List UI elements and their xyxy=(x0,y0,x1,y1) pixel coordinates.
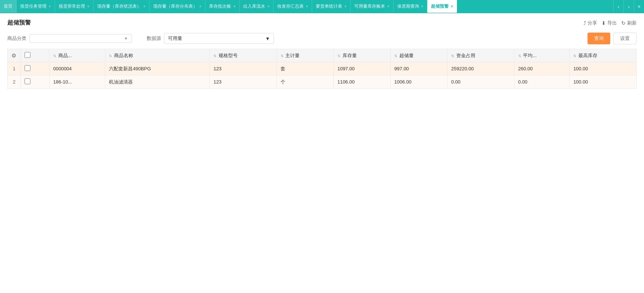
share-label: 分享 xyxy=(588,20,597,26)
nav-arrows: ‹ › × xyxy=(613,0,644,13)
table-header-row: ⚙ ⇅ 商品... ⇅ 商品名称 ⇅ 规格型号 ⇅ xyxy=(8,49,637,62)
category-select[interactable]: ▼ xyxy=(29,34,132,43)
row-stock-0: 1097.00 xyxy=(333,62,390,75)
nav-prev-button[interactable]: ‹ xyxy=(613,0,623,13)
row-max-stock-1: 100.00 xyxy=(570,75,637,89)
filter-group-category: 商品分类 ▼ xyxy=(7,34,132,43)
nav-item-active[interactable]: 超储预警 × xyxy=(427,0,457,13)
row-product-code-0: 0000004 xyxy=(49,62,105,75)
sort-icon-product-name[interactable]: ⇅ xyxy=(109,54,112,58)
refresh-button[interactable]: ↻ 刷新 xyxy=(621,20,637,26)
row-stock-1: 1106.00 xyxy=(333,75,390,89)
table-row: 1 0000004 六配套新昌490BPG 123 套 1097.00 997.… xyxy=(8,62,637,75)
nav-item-8-close[interactable]: × xyxy=(344,4,347,8)
nav-item-4-close[interactable]: × xyxy=(200,4,202,8)
page-container: 超储预警 ⤴ 分享 ⬇ 导出 ↻ 刷新 商品分类 ▼ 数据源 xyxy=(0,13,644,293)
nav-item-6[interactable]: 出入库流水 × xyxy=(239,0,274,13)
page-title: 超储预警 xyxy=(7,19,31,27)
nav-close-button[interactable]: × xyxy=(634,0,644,13)
share-button[interactable]: ⤴ 分享 xyxy=(583,20,597,26)
nav-next-button[interactable]: › xyxy=(623,0,634,13)
nav-item-active-close[interactable]: × xyxy=(451,4,453,8)
nav-item-4-label: 现存量（库存分布表） xyxy=(153,3,197,10)
sort-icon-spec[interactable]: ⇅ xyxy=(213,54,216,58)
nav-item-2-close[interactable]: × xyxy=(87,4,89,8)
nav-item-7-label: 收发存汇总表 xyxy=(277,3,304,10)
row-avg-0: 260.00 xyxy=(514,62,570,75)
sort-icon-capital[interactable]: ⇅ xyxy=(451,54,454,58)
row-checkbox-1[interactable] xyxy=(25,78,30,84)
nav-item-3-close[interactable]: × xyxy=(143,4,146,8)
row-product-code-1: 186-10... xyxy=(49,75,105,89)
nav-item-9-label: 可用量库存账本 xyxy=(354,3,385,10)
nav-item-1-label: 拣货任务管理 xyxy=(20,3,47,10)
settings-button[interactable]: 设置 xyxy=(613,33,637,44)
nav-item-4[interactable]: 现存量（库存分布表） × xyxy=(150,0,206,13)
nav-item-10[interactable]: 保质期查询 × xyxy=(394,0,428,13)
category-label: 商品分类 xyxy=(7,35,26,42)
th-product-code-label: 商品... xyxy=(58,53,72,58)
filter-group-datasource: 数据源 可用量 ▼ xyxy=(147,33,274,44)
row-overstock-0: 997.00 xyxy=(391,62,447,75)
nav-item-1-close[interactable]: × xyxy=(49,4,51,8)
th-unit-label: 主计量 xyxy=(285,53,300,58)
row-overstock-1: 1006.00 xyxy=(391,75,447,89)
nav-item-9-close[interactable]: × xyxy=(387,4,389,8)
row-checkbox-cell-0 xyxy=(21,62,50,75)
th-avg-label: 平均... xyxy=(523,53,537,58)
export-label: 导出 xyxy=(607,20,617,26)
row-capital-0: 259220.00 xyxy=(447,62,515,75)
nav-item-6-close[interactable]: × xyxy=(267,4,270,8)
sort-icon-stock[interactable]: ⇅ xyxy=(337,54,340,58)
nav-item-9[interactable]: 可用量库存账本 × xyxy=(351,0,394,13)
nav-bar: 首页 拣货任务管理 × 拣货异常处理 × 现存量（库存状况表） × 现存量（库存… xyxy=(0,0,644,13)
th-settings: ⚙ xyxy=(8,49,21,62)
row-spec-1: 123 xyxy=(210,75,277,89)
export-icon: ⬇ xyxy=(601,20,606,26)
datasource-label: 数据源 xyxy=(147,35,161,42)
sort-icon-product-code[interactable]: ⇅ xyxy=(53,54,56,58)
row-spec-0: 123 xyxy=(210,62,277,75)
th-checkbox xyxy=(21,49,50,62)
nav-item-2-label: 拣货异常处理 xyxy=(59,3,85,10)
nav-item-3[interactable]: 现存量（库存状况表） × xyxy=(94,0,150,13)
row-unit-1: 个 xyxy=(277,75,333,89)
nav-item-home[interactable]: 首页 xyxy=(0,0,17,13)
sort-icon-unit[interactable]: ⇅ xyxy=(281,54,283,58)
category-arrow-icon: ▼ xyxy=(124,36,128,41)
th-product-name-label: 商品名称 xyxy=(114,53,133,58)
nav-item-7[interactable]: 收发存汇总表 × xyxy=(274,0,312,13)
th-max-stock: ⇅ 最高库存 xyxy=(570,49,637,62)
select-all-checkbox[interactable] xyxy=(25,52,30,58)
th-overstock-label: 超储量 xyxy=(399,53,414,58)
query-button[interactable]: 查询 xyxy=(588,33,610,44)
sort-icon-overstock[interactable]: ⇅ xyxy=(394,54,397,58)
datasource-select[interactable]: 可用量 ▼ xyxy=(164,33,274,44)
action-buttons: 查询 设置 xyxy=(588,33,637,44)
nav-item-6-label: 出入库流水 xyxy=(243,3,265,10)
row-checkbox-0[interactable] xyxy=(25,65,30,71)
table-gear-icon[interactable]: ⚙ xyxy=(11,52,16,59)
sort-icon-avg[interactable]: ⇅ xyxy=(518,54,521,58)
nav-item-7-close[interactable]: × xyxy=(306,4,308,8)
row-max-stock-0: 100.00 xyxy=(570,62,637,75)
nav-item-2[interactable]: 拣货异常处理 × xyxy=(55,0,94,13)
nav-item-8[interactable]: 要货单统计表 × xyxy=(312,0,351,13)
th-stock: ⇅ 库存量 xyxy=(333,49,390,62)
row-avg-1: 0.00 xyxy=(514,75,570,89)
datasource-arrow-icon: ▼ xyxy=(265,36,270,41)
th-overstock: ⇅ 超储量 xyxy=(391,49,447,62)
export-button[interactable]: ⬇ 导出 xyxy=(601,20,617,26)
nav-item-5[interactable]: 库存批次账 × xyxy=(205,0,239,13)
nav-item-5-close[interactable]: × xyxy=(233,4,235,8)
th-spec-label: 规格型号 xyxy=(219,53,238,58)
nav-item-8-label: 要货单统计表 xyxy=(316,3,342,10)
th-unit: ⇅ 主计量 xyxy=(277,49,333,62)
nav-item-1[interactable]: 拣货任务管理 × xyxy=(17,0,55,13)
datasource-value: 可用量 xyxy=(168,35,182,42)
sort-icon-max-stock[interactable]: ⇅ xyxy=(573,54,576,58)
th-product-code: ⇅ 商品... xyxy=(49,49,105,62)
row-unit-0: 套 xyxy=(277,62,333,75)
th-avg: ⇅ 平均... xyxy=(514,49,570,62)
nav-item-10-close[interactable]: × xyxy=(421,4,424,8)
